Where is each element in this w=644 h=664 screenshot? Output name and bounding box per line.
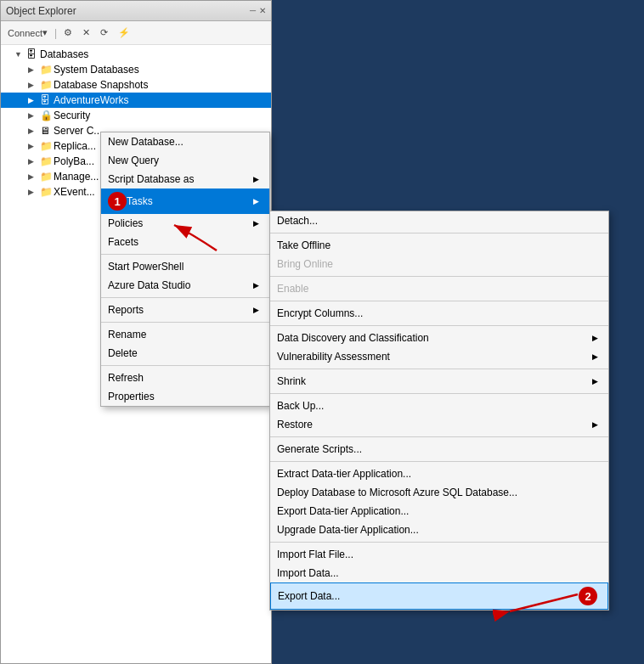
menu-bring-online: Bring Online	[270, 255, 608, 273]
menu-restore[interactable]: Restore ▶	[270, 415, 608, 434]
separator-3	[101, 322, 269, 323]
expand-adventureworks[interactable]: ▶	[28, 96, 40, 104]
policies-label: Policies	[108, 217, 143, 229]
menu-detach[interactable]: Detach...	[270, 211, 608, 230]
menu-generate-scripts[interactable]: Generate Scripts...	[270, 440, 608, 459]
replica-label: Replica...	[54, 140, 96, 152]
menu-refresh[interactable]: Refresh	[101, 369, 269, 387]
detach-label: Detach...	[277, 215, 318, 227]
context-menu: New Database... New Query Script Databas…	[100, 132, 270, 407]
tree-item-security[interactable]: ▶ 🔒 Security	[1, 108, 271, 123]
close-icon[interactable]: ✕	[259, 6, 266, 15]
menu-properties[interactable]: Properties	[101, 387, 269, 406]
menu-script-database[interactable]: Script Database as ▶	[101, 170, 269, 189]
menu-facets[interactable]: Facets	[101, 233, 269, 251]
expand-databases[interactable]: ▼	[14, 50, 26, 59]
menu-data-discovery[interactable]: Data Discovery and Classification ▶	[270, 329, 608, 347]
tasks-badge: 1	[108, 192, 127, 211]
menu-azure-data-studio[interactable]: Azure Data Studio ▶	[101, 276, 269, 295]
expand-security[interactable]: ▶	[28, 111, 40, 120]
menu-import-flat-file[interactable]: Import Flat File...	[270, 545, 608, 564]
vulnerability-arrow: ▶	[592, 352, 598, 361]
menu-start-powershell[interactable]: Start PowerShell	[101, 257, 269, 276]
security-label: Security	[54, 110, 90, 121]
menu-backup[interactable]: Back Up...	[270, 397, 608, 415]
tree-item-databases[interactable]: ▼ 🗄 Databases	[1, 47, 271, 62]
tsep-1	[270, 233, 608, 234]
new-query-label: New Query	[108, 155, 159, 166]
menu-import-data[interactable]: Import Data...	[270, 564, 608, 582]
stop-button[interactable]: ✕	[79, 25, 93, 40]
properties-label: Properties	[108, 391, 155, 402]
menu-encrypt-columns[interactable]: Encrypt Columns...	[270, 304, 608, 323]
activity-monitor-button[interactable]: ⚡	[115, 25, 133, 40]
server-icon: 🖥	[40, 125, 54, 137]
menu-rename[interactable]: Rename	[101, 325, 269, 344]
menu-policies[interactable]: Policies ▶	[101, 214, 269, 233]
tree-item-adventureworks[interactable]: ▶ 🗄 AdventureWorks	[1, 93, 271, 108]
expand-xevent[interactable]: ▶	[28, 188, 40, 196]
connect-button[interactable]: Connect ▾	[4, 25, 51, 40]
azure-arrow: ▶	[253, 281, 259, 290]
menu-delete[interactable]: Delete	[101, 344, 269, 363]
new-database-label: New Database...	[108, 136, 184, 148]
tree-item-snapshots[interactable]: ▶ 📁 Database Snapshots	[1, 77, 271, 93]
tasks-submenu: Detach... Take Offline Bring Online Enab…	[269, 211, 609, 611]
expand-manage[interactable]: ▶	[28, 172, 40, 181]
badge-1: 1	[108, 192, 127, 211]
toolbar: Connect ▾ | ⚙ ✕ ⟳ ⚡	[1, 21, 271, 45]
adventureworks-label: AdventureWorks	[54, 94, 128, 106]
expand-replica[interactable]: ▶	[28, 142, 40, 150]
expand-server[interactable]: ▶	[28, 127, 40, 135]
expand-system[interactable]: ▶	[28, 65, 40, 74]
menu-deploy-azure[interactable]: Deploy Database to Microsoft Azure SQL D…	[270, 483, 608, 502]
menu-vulnerability[interactable]: Vulnerability Assessment ▶	[270, 347, 608, 366]
menu-shrink[interactable]: Shrink ▶	[270, 372, 608, 391]
tsep-2	[270, 276, 608, 277]
adventureworks-icon: 🗄	[40, 94, 54, 106]
manage-icon: 📁	[40, 171, 54, 183]
manage-label: Manage...	[54, 171, 99, 183]
export-data-label: Export Data...	[278, 590, 340, 602]
tree-item-system-databases[interactable]: ▶ 📁 System Databases	[1, 62, 271, 77]
xevent-label: XEvent...	[54, 186, 95, 198]
tasks-arrow: ▶	[253, 197, 259, 205]
pin-icon[interactable]: ─	[250, 6, 256, 15]
tsep-9	[270, 542, 608, 543]
expand-polybase[interactable]: ▶	[28, 157, 40, 166]
restore-label: Restore	[277, 419, 313, 430]
system-db-icon: 📁	[40, 64, 54, 76]
refresh-button[interactable]: ⟳	[97, 25, 111, 40]
menu-extract-data-tier[interactable]: Extract Data-tier Application...	[270, 464, 608, 483]
tasks-label: Tasks	[127, 195, 153, 207]
system-databases-label: System Databases	[54, 64, 139, 76]
import-data-label: Import Data...	[277, 567, 339, 579]
menu-new-query[interactable]: New Query	[101, 151, 269, 170]
security-icon: 🔒	[40, 110, 54, 121]
menu-new-database[interactable]: New Database...	[101, 132, 269, 151]
menu-export-data-tier[interactable]: Export Data-tier Application...	[270, 502, 608, 521]
panel-title: Object Explorer	[6, 5, 76, 17]
rename-label: Rename	[108, 329, 146, 340]
badge-2: 2	[579, 587, 597, 605]
expand-snapshots[interactable]: ▶	[28, 81, 40, 89]
script-database-label: Script Database as	[108, 173, 194, 185]
separator-2	[101, 297, 269, 298]
polybase-label: PolyBa...	[54, 155, 94, 167]
menu-reports[interactable]: Reports ▶	[101, 301, 269, 319]
tsep-6	[270, 393, 608, 394]
vulnerability-label: Vulnerability Assessment	[277, 351, 390, 363]
toolbar-separator: |	[54, 27, 57, 39]
filter-button[interactable]: ⚙	[60, 25, 76, 40]
extract-data-tier-label: Extract Data-tier Application...	[277, 468, 411, 480]
menu-tasks[interactable]: 1 Tasks ▶	[101, 189, 269, 214]
tsep-5	[270, 369, 608, 369]
snapshots-label: Database Snapshots	[54, 79, 148, 91]
backup-label: Back Up...	[277, 400, 324, 412]
separator-4	[101, 365, 269, 366]
menu-take-offline[interactable]: Take Offline	[270, 236, 608, 255]
menu-upgrade-data-tier[interactable]: Upgrade Data-tier Application...	[270, 521, 608, 539]
xevent-icon: 📁	[40, 186, 54, 198]
replica-icon: 📁	[40, 140, 54, 152]
menu-export-data[interactable]: Export Data... 2	[270, 582, 608, 610]
